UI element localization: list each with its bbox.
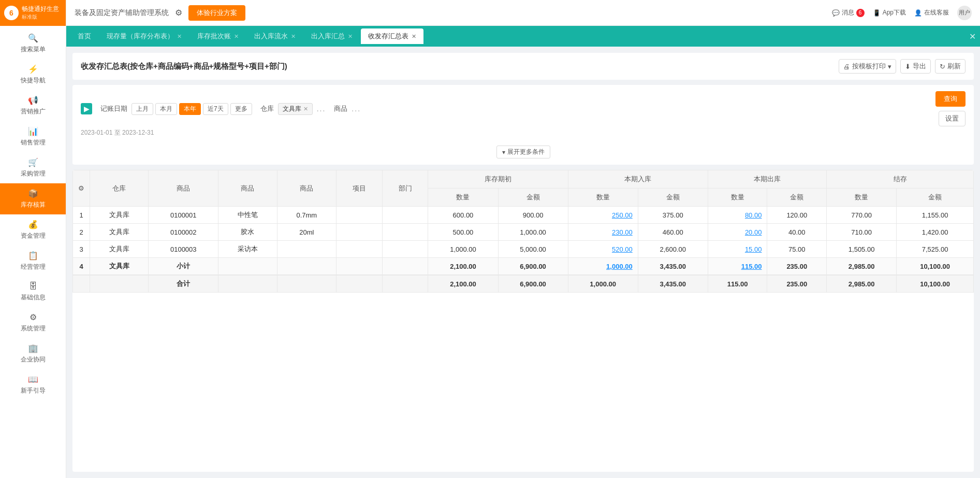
row2-in-qty-link[interactable]: 230.00	[612, 228, 633, 236]
tab-summary[interactable]: 出入库汇总 ✕	[304, 28, 360, 44]
row1-out-amt: 120.00	[767, 207, 827, 224]
inventory-icon: 📦	[28, 189, 38, 198]
logo: 6 畅捷通好生意 标准版	[0, 0, 66, 26]
page-actions: 🖨 按模板打印 ▾ ⬇ 导出 ↻ 刷新	[839, 59, 966, 74]
system-title: 装备及固定资产辅助管理系统	[75, 8, 169, 18]
sidebar-label-system: 系统管理	[21, 324, 46, 333]
logo-badge: 标准版	[22, 13, 59, 21]
top-bar-left: 装备及固定资产辅助管理系统 ⚙ 体验行业方案	[75, 5, 245, 21]
row2-init-amt: 1,000.00	[498, 224, 568, 241]
tab-summary-close[interactable]: ✕	[348, 33, 353, 40]
tab-home[interactable]: 首页	[70, 28, 98, 44]
tab-flow-close[interactable]: ✕	[291, 33, 296, 40]
tab-stock-summary[interactable]: 收发存汇总表 ✕	[361, 28, 423, 44]
sidebar-item-collab[interactable]: 🏢 企业协同	[0, 338, 66, 369]
row3-out-qty: 15.00	[708, 241, 767, 258]
filter-collapse-button[interactable]: ▶	[81, 103, 92, 114]
sidebar-item-search[interactable]: 🔍 搜索菜单	[0, 28, 66, 59]
date-more-btn[interactable]: 更多	[230, 103, 252, 115]
export-button[interactable]: ⬇ 导出	[900, 59, 931, 74]
sidebar-label-quick: 快捷导航	[21, 76, 46, 85]
row2-spec: 20ml	[277, 224, 337, 241]
th-out-amt: 金额	[767, 189, 827, 207]
expand-button[interactable]: ▾ 展开更多条件	[496, 146, 550, 158]
subtotal-in-qty-link[interactable]: 1,000.00	[606, 263, 633, 270]
row1-out-qty-link[interactable]: 80.00	[745, 211, 762, 219]
th-bal-qty: 数量	[827, 189, 897, 207]
th-group-out: 本期出库	[708, 170, 826, 189]
row1-no: 1	[73, 207, 90, 224]
row1-in-qty-link[interactable]: 250.00	[612, 211, 633, 219]
sidebar-item-guide[interactable]: 📖 新手引导	[0, 369, 66, 400]
tab-stock-summary-close[interactable]: ✕	[412, 33, 416, 40]
goods-dots[interactable]: ...	[352, 105, 361, 113]
th-code: 商品	[149, 170, 218, 207]
date-7days-btn[interactable]: 近7天	[203, 103, 228, 115]
warehouse-filter: 仓库 文具库 ✕ ...	[260, 103, 326, 115]
sidebar-item-finance[interactable]: 💰 资金管理	[0, 214, 66, 245]
subtotal-in-qty: 1,000.00	[568, 258, 638, 276]
date-filter: 记账日期 上月 本月 本年 近7天 更多	[100, 103, 252, 115]
message-button[interactable]: 💬 消息 6	[832, 8, 865, 17]
tab-inventory-dist[interactable]: 现存量（库存分布表） ✕	[99, 28, 189, 44]
experience-button[interactable]: 体验行业方案	[188, 5, 245, 21]
th-settings: ⚙	[73, 170, 90, 207]
filter-area: ▶ 记账日期 上月 本月 本年 近7天 更多 仓库 文具库 ✕	[72, 85, 974, 165]
date-curr-month-btn[interactable]: 本月	[155, 103, 177, 115]
app-download-button[interactable]: 📱 App下载	[873, 8, 906, 17]
chevron-down-icon: ▾	[888, 63, 891, 70]
sidebar-item-system[interactable]: ⚙ 系统管理	[0, 307, 66, 338]
row2-project	[337, 224, 383, 241]
warehouse-tag-close[interactable]: ✕	[303, 106, 308, 112]
footer-row: 合计 2,100.00 6,900.00 1,000.00 3,435.00 1…	[73, 275, 974, 293]
system-icon: ⚙	[30, 312, 37, 322]
row3-no: 3	[73, 241, 90, 258]
refresh-label: 刷新	[947, 62, 961, 71]
goods-label: 商品	[334, 104, 347, 113]
row3-in-qty-link[interactable]: 520.00	[612, 245, 633, 253]
sidebar-label-search: 搜索菜单	[21, 45, 46, 54]
print-button[interactable]: 🖨 按模板打印 ▾	[839, 59, 896, 74]
sidebar-item-operations[interactable]: 📋 经营管理	[0, 245, 66, 277]
sidebar-label-finance: 资金管理	[21, 231, 46, 240]
warehouse-dots[interactable]: ...	[317, 105, 326, 113]
tab-flow[interactable]: 出入库流水 ✕	[247, 28, 303, 44]
query-button[interactable]: 查询	[935, 91, 966, 107]
sidebar-item-inventory[interactable]: 📦 库存核算	[0, 183, 66, 214]
export-label: 导出	[913, 62, 926, 71]
warehouse-label: 仓库	[260, 104, 274, 113]
th-group-bal: 结存	[827, 170, 974, 189]
sidebar-item-purchase[interactable]: 🛒 采购管理	[0, 152, 66, 183]
date-curr-year-btn[interactable]: 本年	[179, 103, 201, 115]
refresh-icon: ↻	[940, 63, 945, 70]
tab-home-label: 首页	[78, 32, 91, 41]
row2-out-qty-link[interactable]: 20.00	[745, 228, 762, 236]
date-prev-month-btn[interactable]: 上月	[131, 103, 153, 115]
sidebar-item-sales[interactable]: 📊 销售管理	[0, 121, 66, 152]
row3-out-qty-link[interactable]: 15.00	[745, 245, 762, 253]
row1-out-qty: 80.00	[708, 207, 767, 224]
operations-icon: 📋	[28, 251, 38, 260]
tab-bar-close[interactable]: ✕	[969, 32, 976, 41]
sidebar-item-base[interactable]: 🗄 基础信息	[0, 277, 66, 307]
refresh-button[interactable]: ↻ 刷新	[935, 59, 966, 74]
service-button[interactable]: 👤 在线客服	[914, 8, 949, 17]
th-project: 项目	[337, 170, 383, 207]
subtotal-out-qty-link[interactable]: 115.00	[741, 263, 762, 270]
tab-inventory-dist-close[interactable]: ✕	[177, 33, 182, 40]
tab-batch-label: 库存批次账	[197, 32, 231, 41]
sidebar-item-quick[interactable]: ⚡ 快捷导航	[0, 59, 66, 90]
sidebar-item-marketing[interactable]: 📢 营销推广	[0, 90, 66, 121]
row2-no: 2	[73, 224, 90, 241]
tab-batch[interactable]: 库存批次账 ✕	[190, 28, 246, 44]
avatar[interactable]: 用户	[957, 6, 972, 20]
settings-icon[interactable]: ⚙	[175, 8, 182, 18]
row1-warehouse: 文具库	[90, 207, 149, 224]
row3-dept	[382, 241, 428, 258]
tab-bar: 首页 现存量（库存分布表） ✕ 库存批次账 ✕ 出入库流水 ✕ 出入库汇总 ✕ …	[66, 26, 980, 47]
expand-label: 展开更多条件	[507, 148, 545, 156]
row3-bal-amt: 7,525.00	[897, 241, 974, 258]
footer-bal-amt: 10,100.00	[897, 275, 974, 293]
set-button[interactable]: 设置	[939, 111, 966, 126]
tab-batch-close[interactable]: ✕	[234, 33, 239, 40]
